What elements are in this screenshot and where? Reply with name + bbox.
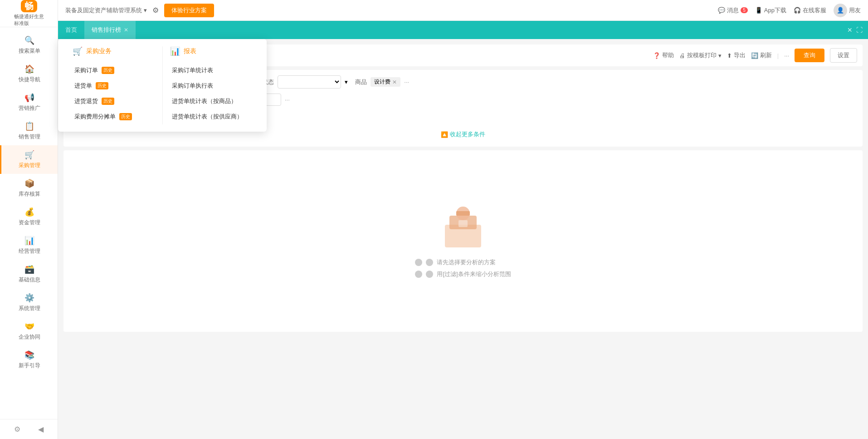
export-label: 导出 <box>734 51 746 59</box>
tab-home[interactable]: 首页 <box>58 21 84 39</box>
basic-info-icon: 🗃️ <box>24 264 34 274</box>
incoming-stats-goods-item[interactable]: 进货单统计表（按商品） <box>170 94 253 109</box>
tab-close-icon[interactable]: ✕ <box>124 27 128 33</box>
logo-text: 畅捷通好生意 标准版 <box>14 13 44 27</box>
sidebar-item-label: 库存核算 <box>19 190 40 198</box>
enterprise-icon: 🤝 <box>24 321 34 331</box>
sidebar-item-label: 系统管理 <box>19 305 40 312</box>
purchase-section-title: 🛒 采购业务 <box>73 46 155 56</box>
collapse-label: 收起更多条件 <box>450 130 485 138</box>
report-section-icon: 📊 <box>170 46 180 56</box>
marketing-icon: 📢 <box>24 93 34 103</box>
print-button[interactable]: 🖨 按模板打印 ▾ <box>679 51 722 59</box>
user-item[interactable]: 👤 用友 <box>834 4 861 17</box>
toolbar-divider: | <box>777 52 779 59</box>
message-badge: 5 <box>741 7 748 13</box>
empty-hints: 请先选择要分析的方案 用[过滤]条件来缩小分析范围 <box>415 256 511 280</box>
tab-sales-rank[interactable]: 销售排行榜 ✕ <box>84 21 136 39</box>
purchase-order-exec-item[interactable]: 采购订单执行表 <box>170 78 253 94</box>
purchase-incoming-item[interactable]: 进货单 历史 <box>73 78 155 94</box>
sales-icon: 📋 <box>24 121 34 131</box>
purchase-expense-badge: 历史 <box>119 113 132 120</box>
empty-hint-2: 用[过滤]条件来缩小分析范围 <box>415 268 511 280</box>
sidebar-item-label: 新手引导 <box>19 362 40 370</box>
purchase-expense-item[interactable]: 采购费用分摊单 历史 <box>73 109 155 124</box>
purchase-incoming-badge: 历史 <box>96 82 108 89</box>
goods-tag: 设计费 ✕ <box>371 77 400 87</box>
report-section: 📊 报表 采购订单统计表 采购订单执行表 进货单统计表（按商品） 进货单统计表（… <box>163 46 260 124</box>
sidebar-item-label: 搜索菜单 <box>19 47 40 55</box>
sidebar-item-operations[interactable]: 📊 经营管理 <box>0 231 58 260</box>
purchase-business-section: 🛒 采购业务 采购订单 历史 进货单 历史 进货退货 历史 采购费用分摊单 历史 <box>65 46 163 124</box>
goods-tag-close-icon[interactable]: ✕ <box>392 79 397 85</box>
sidebar-item-guide[interactable]: 📚 新手引导 <box>0 345 58 374</box>
app-download-label: App下载 <box>764 6 786 15</box>
print-dropdown-icon: ▾ <box>718 52 722 59</box>
purchase-return-badge: 历史 <box>102 98 114 105</box>
headset-icon: 🎧 <box>794 7 801 14</box>
purchase-section-icon: 🛒 <box>73 46 83 56</box>
sidebar-item-enterprise[interactable]: 🤝 企业协同 <box>0 317 58 345</box>
goods-label: 商品 <box>355 78 367 86</box>
incoming-stats-supplier-item[interactable]: 进货单统计表（按供应商） <box>170 109 253 124</box>
sidebar-logo: 畅 畅捷通好生意 标准版 <box>0 0 58 27</box>
export-button[interactable]: ⬆ 导出 <box>727 51 746 59</box>
sidebar-item-quick-nav[interactable]: 🏠 快捷导航 <box>0 59 58 88</box>
logo-icon: 畅 <box>21 0 37 12</box>
app-download-item[interactable]: 📱 App下载 <box>755 6 786 15</box>
maximize-tab-button[interactable]: ⛶ <box>856 26 863 34</box>
help-label: 帮助 <box>662 51 674 59</box>
sidebar-item-marketing[interactable]: 📢 营销推广 <box>0 88 58 117</box>
incoming-stats-supplier-label: 进货单统计表（按供应商） <box>172 113 243 121</box>
dropdown-arrow-icon: ▾ <box>144 7 147 14</box>
topbar-title-dropdown[interactable]: 装备及固定资产辅助管理系统 ▾ <box>65 6 147 15</box>
user-avatar: 👤 <box>834 4 847 17</box>
empty-hint-1: 请先选择要分析的方案 <box>415 256 511 268</box>
goods-ellipsis-button[interactable]: ··· <box>404 79 409 85</box>
purchase-order-badge: 历史 <box>102 67 114 74</box>
tab-home-label: 首页 <box>65 26 77 34</box>
empty-state: 请先选择要分析的方案 用[过滤]条件来缩小分析范围 <box>63 150 863 332</box>
system-icon: ⚙️ <box>24 293 34 303</box>
sidebar-item-search[interactable]: 🔍 搜索菜单 <box>0 31 58 59</box>
sidebar-nav: 🔍 搜索菜单 🏠 快捷导航 📢 营销推广 📋 销售管理 🛒 采购管理 📦 库存核… <box>0 27 58 419</box>
salesperson-ellipsis-button[interactable]: ··· <box>285 96 290 103</box>
collapse-sidebar-button[interactable]: ◀ <box>38 425 44 434</box>
settings-bottom-button[interactable]: ⚙ <box>14 425 20 434</box>
help-button[interactable]: ❓ 帮助 <box>653 51 674 59</box>
sidebar-item-label: 资金管理 <box>19 219 40 227</box>
close-all-tabs-button[interactable]: ✕ <box>847 26 853 34</box>
purchase-dropdown-menu: 🛒 采购业务 采购订单 历史 进货单 历史 进货退货 历史 采购费用分摊单 历史… <box>58 39 267 132</box>
purchase-order-stats-item[interactable]: 采购订单统计表 <box>170 63 253 78</box>
sidebar-item-label: 企业协同 <box>19 333 40 341</box>
purchase-return-item[interactable]: 进货退货 历史 <box>73 94 155 109</box>
purchase-order-item[interactable]: 采购订单 历史 <box>73 63 155 78</box>
home-icon: 🏠 <box>24 64 34 74</box>
industry-btn[interactable]: 体验行业方案 <box>164 4 214 17</box>
voucher-status-select[interactable] <box>278 75 341 89</box>
sidebar-item-label: 采购管理 <box>19 162 40 169</box>
sidebar-item-purchase[interactable]: 🛒 采购管理 <box>0 145 58 174</box>
sidebar-item-system[interactable]: ⚙️ 系统管理 <box>0 288 58 317</box>
sidebar-item-finance[interactable]: 💰 资金管理 <box>0 202 58 231</box>
query-button[interactable]: 查询 <box>795 49 824 62</box>
online-service-label: 在线客服 <box>803 6 826 15</box>
incoming-stats-goods-label: 进货单统计表（按商品） <box>172 97 237 105</box>
tabbar: 首页 销售排行榜 ✕ ✕ ⛶ <box>58 21 868 39</box>
message-item[interactable]: 💬 消息 5 <box>718 6 748 15</box>
sidebar-item-sales[interactable]: 📋 销售管理 <box>0 117 58 145</box>
settings-button[interactable]: 设置 <box>830 48 857 63</box>
sidebar-item-label: 快捷导航 <box>19 76 40 84</box>
sidebar-item-inventory[interactable]: 📦 库存核算 <box>0 174 58 202</box>
purchase-incoming-label: 进货单 <box>74 82 92 90</box>
inventory-icon: 📦 <box>24 178 34 188</box>
purchase-expense-label: 采购费用分摊单 <box>74 113 116 121</box>
sidebar-item-basic-info[interactable]: 🗃️ 基础信息 <box>0 260 58 288</box>
topbar-settings-icon[interactable]: ⚙ <box>152 6 159 15</box>
tab-sales-rank-label: 销售排行榜 <box>92 26 121 34</box>
toolbar-more-icon[interactable]: ··· <box>784 52 789 59</box>
refresh-button[interactable]: 🔄 刷新 <box>751 51 772 59</box>
help-icon: ❓ <box>653 52 660 59</box>
user-label: 用友 <box>849 6 861 15</box>
online-service-item[interactable]: 🎧 在线客服 <box>794 6 826 15</box>
